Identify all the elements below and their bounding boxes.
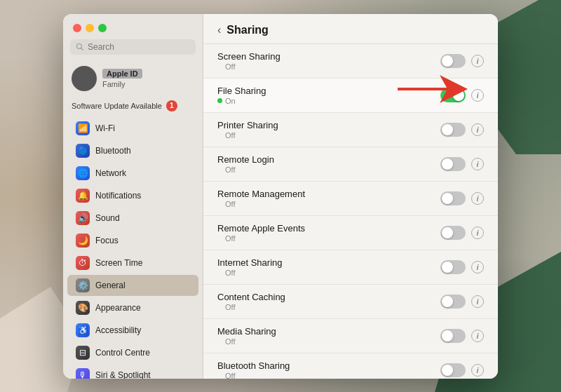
- printer-sharing-status-dot: [217, 133, 222, 137]
- bluetooth-sharing-name: Bluetooth Sharing: [217, 360, 290, 371]
- content-caching-status-dot: [217, 304, 222, 309]
- sidebar-item-siri-spotlight[interactable]: 🎙 Siri & Spotlight: [67, 365, 198, 379]
- remote-management-status-dot: [217, 201, 222, 206]
- sharing-item-remote-apple-events: Remote Apple Events Off i: [203, 216, 498, 250]
- sidebar-item-siri-label: Siri & Spotlight: [95, 370, 151, 379]
- internet-sharing-info-btn[interactable]: i: [471, 261, 484, 273]
- sidebar-item-network[interactable]: 🌐 Network: [67, 163, 198, 184]
- internet-sharing-toggle-knob: [442, 262, 453, 273]
- back-button[interactable]: ‹: [217, 24, 221, 36]
- sidebar-item-notifications[interactable]: 🔔 Notifications: [67, 185, 198, 206]
- file-sharing-name: File Sharing: [217, 86, 266, 96]
- internet-sharing-toggle[interactable]: [440, 260, 466, 274]
- user-info: Apple ID Family: [102, 69, 142, 88]
- content-caching-info: Content Caching Off: [217, 292, 285, 311]
- remote-login-info-btn[interactable]: i: [471, 158, 484, 170]
- remote-apple-events-status: Off: [217, 234, 305, 243]
- sharing-item-printer-sharing: Printer Sharing Off i: [203, 113, 498, 147]
- bluetooth-sharing-toggle[interactable]: [440, 363, 466, 377]
- screen-sharing-info: Screen Sharing Off: [217, 51, 280, 71]
- remote-management-info: Remote Management Off: [217, 189, 305, 208]
- notifications-icon: 🔔: [76, 189, 90, 203]
- maximize-button[interactable]: [98, 24, 107, 32]
- sharing-item-remote-management: Remote Management Off i: [203, 182, 498, 216]
- sidebar-item-general-label: General: [95, 281, 126, 290]
- bluetooth-sharing-status-dot: [217, 373, 222, 378]
- system-preferences-window: Apple ID Family Software Update Availabl…: [63, 14, 498, 379]
- internet-sharing-status-dot: [217, 270, 222, 275]
- sidebar-item-sound[interactable]: 🔊 Sound: [67, 208, 198, 229]
- screen-sharing-toggle-knob: [442, 55, 453, 67]
- sidebar: Apple ID Family Software Update Availabl…: [63, 14, 203, 379]
- printer-sharing-info: Printer Sharing Off: [217, 120, 278, 140]
- screen-sharing-toggle[interactable]: [440, 54, 466, 68]
- remote-login-status-dot: [217, 167, 222, 172]
- appearance-icon: 🎨: [76, 301, 90, 315]
- sidebar-item-focus-label: Focus: [95, 236, 119, 245]
- sharing-item-remote-login: Remote Login Off i: [203, 147, 498, 182]
- printer-sharing-toggle[interactable]: [440, 123, 466, 137]
- media-sharing-info-btn[interactable]: i: [471, 330, 484, 342]
- sidebar-item-notifications-label: Notifications: [95, 191, 141, 201]
- internet-sharing-status: Off: [217, 269, 283, 277]
- accessibility-icon: ♿: [76, 323, 90, 337]
- screen-sharing-status-dot: [217, 64, 222, 69]
- search-input[interactable]: [88, 42, 190, 52]
- sidebar-item-accessibility[interactable]: ♿ Accessibility: [67, 320, 198, 341]
- software-update-row[interactable]: Software Update Available 1: [63, 97, 203, 117]
- file-sharing-status-dot: [217, 98, 222, 103]
- bluetooth-sharing-controls: i: [440, 363, 484, 377]
- apple-id-label: Apple ID: [102, 69, 142, 79]
- remote-login-toggle[interactable]: [440, 157, 466, 171]
- network-icon: 🌐: [76, 166, 90, 180]
- remote-apple-events-name: Remote Apple Events: [217, 223, 305, 234]
- sidebar-item-bluetooth[interactable]: 🔵 Bluetooth: [67, 140, 198, 161]
- media-sharing-toggle[interactable]: [440, 329, 466, 343]
- content-caching-info-btn[interactable]: i: [471, 295, 484, 308]
- focus-icon: 🌙: [76, 234, 90, 248]
- remote-login-name: Remote Login: [217, 154, 274, 165]
- sidebar-item-control-centre[interactable]: ⊟ Control Centre: [67, 342, 198, 363]
- sharing-item-media-sharing: Media Sharing Off i: [203, 319, 498, 353]
- close-button[interactable]: [73, 24, 81, 32]
- minimize-button[interactable]: [86, 24, 94, 32]
- file-sharing-info: File Sharing On: [217, 86, 266, 105]
- svg-point-0: [77, 43, 82, 48]
- remote-apple-events-info: Remote Apple Events Off: [217, 223, 305, 243]
- sidebar-item-focus[interactable]: 🌙 Focus: [67, 230, 198, 251]
- avatar: [72, 66, 97, 91]
- svg-marker-2: [398, 75, 468, 103]
- content-caching-status: Off: [217, 303, 285, 311]
- remote-management-toggle[interactable]: [440, 191, 466, 205]
- remote-apple-events-toggle-knob: [442, 227, 453, 238]
- file-sharing-status: On: [217, 97, 266, 105]
- sidebar-item-sound-label: Sound: [95, 213, 120, 223]
- sidebar-item-accessibility-label: Accessibility: [95, 325, 141, 335]
- sidebar-item-wifi[interactable]: 📶 Wi-Fi: [67, 118, 198, 139]
- remote-apple-events-toggle[interactable]: [440, 226, 466, 240]
- bluetooth-sharing-status: Off: [217, 372, 290, 379]
- remote-management-info-btn[interactable]: i: [471, 192, 484, 205]
- remote-management-controls: i: [440, 191, 484, 205]
- printer-sharing-controls: i: [440, 123, 484, 137]
- screen-sharing-info-btn[interactable]: i: [471, 55, 484, 67]
- sidebar-item-appearance[interactable]: 🎨 Appearance: [67, 297, 198, 318]
- internet-sharing-info: Internet Sharing Off: [217, 257, 283, 277]
- sharing-item-internet-sharing: Internet Sharing Off i: [203, 250, 498, 285]
- search-box[interactable]: [70, 39, 196, 55]
- remote-apple-events-controls: i: [440, 226, 484, 240]
- svg-line-1: [81, 48, 83, 50]
- user-section: Apple ID Family: [63, 62, 203, 97]
- bluetooth-sharing-info-btn[interactable]: i: [471, 364, 484, 377]
- remote-management-name: Remote Management: [217, 189, 305, 199]
- main-content: ‹ Sharing Screen Sharing Off i: [203, 14, 498, 379]
- screen-time-icon: ⏱: [76, 256, 90, 270]
- remote-login-controls: i: [440, 157, 484, 171]
- sidebar-item-screen-time[interactable]: ⏱ Screen Time: [67, 252, 198, 273]
- printer-sharing-info-btn[interactable]: i: [471, 123, 484, 136]
- sidebar-item-general[interactable]: ⚙️ General: [67, 275, 198, 296]
- remote-apple-events-info-btn[interactable]: i: [471, 227, 484, 239]
- content-caching-toggle[interactable]: [440, 295, 466, 309]
- bluetooth-sharing-toggle-knob: [442, 365, 453, 376]
- sharing-item-screen-sharing: Screen Sharing Off i: [203, 44, 498, 79]
